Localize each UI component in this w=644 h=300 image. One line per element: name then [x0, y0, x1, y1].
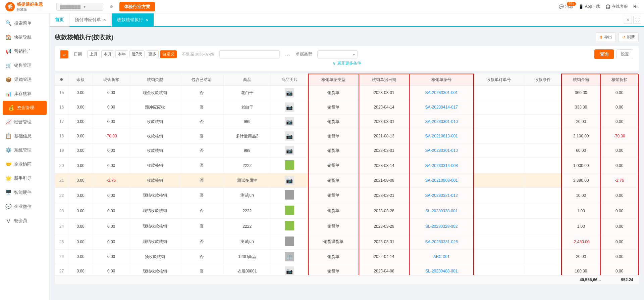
td-verify-doc-date: 2023-03-14 — [359, 158, 410, 173]
doc-no-link[interactable]: SA-20230414-017 — [425, 105, 458, 110]
td-receipt-order-no — [474, 264, 524, 275]
td-verify-doc-no[interactable]: SL-20230328-002 — [409, 219, 474, 234]
tab-close-all-button[interactable]: ✕ — [624, 16, 632, 24]
td-row-num: 17 — [55, 115, 68, 129]
td-verify-discount: 0.00 — [601, 234, 638, 250]
app-icon: 📱 — [579, 4, 584, 9]
sidebar-item-hardware[interactable]: 🖥️ 智能硬件 — [0, 185, 49, 200]
sidebar-item-operations[interactable]: 📈 经营管理 — [0, 115, 49, 129]
date-btn-more[interactable]: 更多 — [146, 50, 159, 58]
query-button[interactable]: 查询 — [594, 49, 614, 59]
sidebar-item-finance[interactable]: 💰 资金管理 — [3, 101, 47, 115]
date-btn-7days[interactable]: 近7天 — [129, 50, 145, 58]
doc-type-select[interactable] — [317, 50, 358, 58]
sidebar-item-marketing[interactable]: 📢 营销推广 — [0, 44, 49, 58]
company-selector[interactable]: ▓▓▓▓▓▓▓ ▼ — [56, 3, 103, 11]
messages-button[interactable]: 💬 消息 99+ — [559, 4, 573, 9]
td-receipt-condition — [524, 173, 561, 188]
td-verify-type: 现结收款核销 — [130, 264, 180, 275]
date-btn-last-month[interactable]: 上月 — [87, 50, 100, 58]
sidebar-label-inventory: 库存核算 — [14, 91, 32, 97]
doc-no-link[interactable]: SL-20230328-001 — [425, 209, 458, 213]
app-download-button[interactable]: 📱 App下载 — [579, 4, 600, 9]
expand-icon: ∨ — [333, 61, 336, 66]
sidebar-item-sales[interactable]: 🛒 销售管理 — [0, 58, 49, 73]
doc-no-link[interactable]: SA-20230301-010 — [425, 148, 458, 153]
td-verify-doc-no[interactable]: SA-20230321-012 — [409, 188, 474, 203]
tab-fullscreen-button[interactable]: ⛶ — [633, 16, 641, 24]
td-verify-doc-no[interactable]: ABC-001 — [409, 250, 474, 264]
td-verify-doc-no[interactable]: SA-20230301-010 — [409, 143, 474, 158]
doc-no-link[interactable]: SA-20210808-001 — [425, 178, 458, 183]
td-product: 999 — [223, 143, 271, 158]
date-btn-custom[interactable]: 自定义 — [160, 50, 177, 58]
td-verify-doc-no[interactable]: SL-20230328-001 — [409, 203, 474, 219]
doc-no-link[interactable]: SA-20230301-010 — [425, 119, 458, 124]
tab-receipt-close[interactable]: ✕ — [145, 18, 148, 22]
doc-no-link[interactable]: SL-20230408-001 — [425, 269, 458, 273]
td-verify-doc-no[interactable]: SA-20230314-008 — [409, 158, 474, 173]
td-verify-doc-no[interactable]: SA-20210808-001 — [409, 173, 474, 188]
td-verify-doc-no[interactable]: SA-20230301-010 — [409, 115, 474, 129]
td-include-settled: 否 — [180, 100, 223, 115]
td-product-image: 📷 — [271, 143, 308, 158]
sidebar-item-member[interactable]: V 畅会员 — [0, 214, 49, 228]
td-product-image: 📷 — [271, 173, 308, 188]
filter-expand-button[interactable]: » — [60, 50, 68, 58]
filter-settings-button[interactable]: 设置 — [616, 49, 633, 59]
sidebar-item-purchase[interactable]: 📦 采购管理 — [0, 73, 49, 87]
refresh-button[interactable]: ↺ 刷新 — [619, 32, 639, 42]
td-verify-doc-no[interactable]: SL-20230408-001 — [409, 264, 474, 275]
main-layout: 🔍 搜索菜单 🏠 快捷导航 📢 营销推广 🛒 销售管理 📦 采购管理 📊 库存核… — [0, 13, 644, 300]
sidebar-item-quick-nav[interactable]: 🏠 快捷导航 — [0, 30, 49, 44]
doc-no-link[interactable]: SA-20230314-008 — [425, 163, 458, 168]
td-verify-discount: 0.00 — [601, 203, 638, 219]
td-product: 衣服00001 — [223, 264, 271, 275]
td-verify-doc-no[interactable]: SA-20210813-001 — [409, 129, 474, 143]
doc-no-link[interactable]: SA-20230321-012 — [425, 193, 458, 198]
td-verify-doc-no[interactable]: SA-20230331-026 — [409, 234, 474, 250]
trial-button[interactable]: 体验行业方案 — [119, 2, 155, 11]
tab-prepay-close[interactable]: ✕ — [103, 18, 106, 22]
partner-input[interactable] — [219, 50, 280, 58]
td-product: 老白干 — [223, 86, 271, 100]
sidebar-item-inventory[interactable]: 📊 库存核算 — [0, 87, 49, 101]
sidebar-label-base-info: 基础信息 — [14, 133, 32, 139]
td-verify-type: 收款核销 — [130, 158, 180, 173]
online-service-button[interactable]: 🎧 在线客服 — [605, 4, 628, 9]
settings-icon[interactable]: ⚙ — [107, 3, 115, 11]
tab-prepay[interactable]: 预付冲应付单 ✕ — [69, 13, 112, 27]
doc-no-link[interactable]: SA-20230331-026 — [425, 240, 458, 244]
sidebar-item-enterprise[interactable]: 🤝 企业协同 — [0, 157, 49, 171]
sidebar-item-guide[interactable]: 🌟 新手引导 — [0, 171, 49, 185]
tab-receipt-exec[interactable]: 收款核销执行 ✕ — [112, 13, 154, 27]
doc-no-link[interactable]: SA-20230301-001 — [425, 90, 458, 95]
expand-more-conditions[interactable]: ∨ 展开更多条件 — [60, 60, 633, 66]
tab-home[interactable]: 首页 — [50, 13, 69, 27]
td-verify-doc-no[interactable]: SA-20230414-017 — [409, 100, 474, 115]
th-gear[interactable]: ⚙ — [55, 74, 68, 86]
doc-no-link[interactable]: SA-20210813-001 — [425, 134, 458, 138]
sidebar-item-wechat[interactable]: 💬 企业微信 — [0, 200, 49, 214]
doc-no-link[interactable]: ABC-001 — [433, 254, 450, 259]
td-verify-doc-no[interactable]: SA-20230301-001 — [409, 86, 474, 100]
export-button[interactable]: ⬆ 导出 — [596, 32, 616, 42]
user-name[interactable]: Rit — [633, 4, 639, 9]
date-range: 不限 至 2023-07-26 — [182, 52, 214, 57]
table-row: 25 0.00 0.00 现结收款核销 否 测试jun 销货退货单 2023-0… — [55, 234, 638, 250]
td-receipt-order-no — [474, 143, 524, 158]
td-product: 老白干 — [223, 100, 271, 115]
table-scroll[interactable]: ⚙ 余额 现金折扣 核销类型 包含已结清 商品 商品图片 核销单据类型 核销单据… — [55, 74, 639, 275]
td-verify-amount: 3,390.00 — [561, 173, 601, 188]
doc-no-link[interactable]: SL-20230328-002 — [425, 224, 458, 229]
online-service-label: 在线客服 — [612, 4, 628, 9]
date-btn-this-year[interactable]: 本年 — [115, 50, 128, 58]
filter-row: » 日期 上月 本月 本年 近7天 更多 自定义 不限 至 2023-07-26 — [60, 49, 633, 59]
td-cash-discount: 0.00 — [93, 264, 130, 275]
date-btn-this-month[interactable]: 本月 — [101, 50, 114, 58]
sidebar-item-search[interactable]: 🔍 搜索菜单 — [0, 16, 49, 30]
sidebar-label-hardware: 智能硬件 — [14, 189, 32, 196]
td-verify-discount: 0.00 — [601, 86, 638, 100]
sidebar-item-sys-admin[interactable]: ⚙️ 系统管理 — [0, 143, 49, 157]
sidebar-item-base-info[interactable]: 📋 基础信息 — [0, 129, 49, 143]
